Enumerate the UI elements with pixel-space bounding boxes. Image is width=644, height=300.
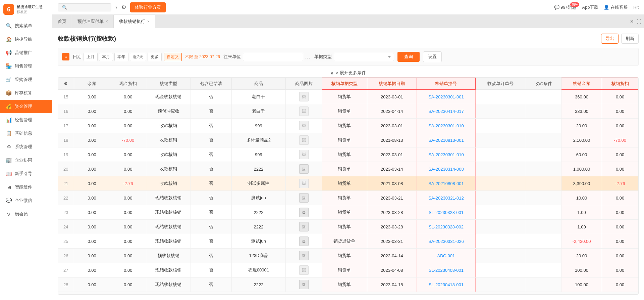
tab-close-prepay[interactable]: × (106, 19, 108, 24)
col-header-cancel_discount: 核销折扣 (602, 78, 638, 90)
bill-no-link[interactable]: SA-20230301-010 (428, 152, 464, 157)
cell-cancel_amount: 1.00 (561, 220, 602, 234)
sidebar-item-system[interactable]: ⚙ 系统管理 (0, 140, 52, 154)
close-window-icon[interactable]: ✕ (630, 19, 634, 24)
cell-receipt_order_no (475, 162, 525, 176)
bill-no-link[interactable]: SL-20230408-001 (429, 268, 464, 273)
finance-icon: 💰 (5, 103, 12, 110)
tab-home[interactable]: 首页 (52, 15, 72, 28)
cell-include_settled: 否 (191, 205, 231, 220)
date-btn-本年[interactable]: 本年 (114, 53, 128, 61)
sidebar-item-search[interactable]: 🔍 搜索菜单 (0, 19, 52, 33)
sidebar-label-hardware: 智能硬件 (15, 184, 32, 190)
cell-cancel_bill_no[interactable]: SL-20230328-002 (417, 220, 475, 234)
cell-cancel_bill_no[interactable]: SA-20230301-010 (417, 147, 475, 162)
sidebar-item-basic[interactable]: 📋 基础信息 (0, 127, 52, 140)
cell-cancel_bill_no[interactable]: SL-20230328-001 (417, 205, 475, 220)
date-btn-上月[interactable]: 上月 (84, 53, 98, 61)
cell-cancel_bill_no[interactable]: SA-20230331-026 (417, 234, 475, 249)
cell-cancel_type: 收款核销 (146, 147, 191, 162)
sidebar-item-guide[interactable]: 📖 新手引导 (0, 167, 52, 180)
bill-no-link[interactable]: SA-20210808-001 (428, 181, 464, 186)
bill-no-link[interactable]: SA-20230321-012 (428, 196, 464, 201)
operation-icon: 📊 (5, 117, 12, 123)
bill-no-link[interactable]: SA-20230314-008 (428, 167, 464, 172)
cell-product: 测试jun (231, 191, 286, 205)
settings-gear-icon[interactable]: ⚙ (121, 4, 126, 10)
search-icon: 🔍 (5, 23, 12, 29)
product-image-placeholder: 🖼 (299, 135, 309, 145)
setting-button[interactable]: 设置 (423, 51, 442, 62)
cell-balance: 0.00 (74, 220, 110, 234)
bill-no-link[interactable]: SA-20210813-001 (428, 138, 464, 143)
sidebar-item-hardware[interactable]: 🖥 智能硬件 (0, 180, 52, 194)
sidebar-item-operation[interactable]: 📊 经营管理 (0, 113, 52, 127)
sidebar-item-sales[interactable]: 🏪 销售管理 (0, 59, 52, 73)
bill-no-link[interactable]: SL-20230328-001 (429, 210, 464, 215)
top-search-bar[interactable]: 🔍 (58, 3, 111, 11)
sidebar-item-member[interactable]: V 畅会员 (0, 207, 52, 221)
cell-icon: 16 (58, 104, 74, 119)
sidebar-item-inventory[interactable]: 📦 库存核算 (0, 86, 52, 100)
partner-filter-input[interactable] (243, 53, 303, 61)
sidebar-item-finance[interactable]: 💰 资金管理 (0, 100, 52, 113)
notification-bell[interactable]: 💬 99+消息 99+ (554, 4, 577, 10)
sidebar-item-purchase[interactable]: 🛒 采购管理 (0, 73, 52, 86)
filter-expand-button[interactable]: » (62, 53, 69, 60)
bill-no-link[interactable]: SA-20230331-026 (428, 239, 464, 244)
cell-product_img: 🖼 (286, 176, 322, 191)
industry-solution-button[interactable]: 体验行业方案 (130, 2, 166, 12)
cell-cancel_bill_date: 2023-03-01 (367, 147, 417, 162)
cell-receipt_condition (525, 162, 561, 176)
maximize-window-icon[interactable]: ⛶ (637, 19, 641, 24)
cell-cancel_bill_no[interactable]: SA-20230414-017 (417, 104, 475, 119)
bill-no-link[interactable]: SL-20230328-002 (429, 224, 464, 229)
tab-receipt[interactable]: 收款核销执行× (114, 15, 155, 28)
refresh-button[interactable]: 刷新 (621, 34, 639, 44)
cell-cancel_bill_no[interactable]: SA-20230301-001 (417, 90, 475, 104)
cell-cancel_bill_no[interactable]: SA-20230321-012 (417, 191, 475, 205)
cell-cancel_type: 收款核销 (146, 119, 191, 133)
inventory-icon: 📦 (5, 90, 12, 96)
expand-more-icon: ∨ (330, 71, 334, 76)
row-num: 15 (63, 94, 68, 99)
cell-cancel_bill_no[interactable]: SA-20230301-010 (417, 119, 475, 133)
bill-no-link[interactable]: SA-20230414-017 (428, 109, 464, 114)
tab-close-receipt[interactable]: × (147, 19, 150, 24)
custom-date-button[interactable]: 自定义 (164, 53, 182, 61)
date-btn-本月[interactable]: 本月 (99, 53, 113, 61)
partner-filter-label: 往来单位 (223, 54, 241, 60)
tab-prepay[interactable]: 预付冲应付单× (72, 15, 114, 28)
cell-cancel_discount: 0.00 (602, 147, 638, 162)
sidebar-item-wechat[interactable]: 💬 企业微信 (0, 194, 52, 207)
app-download-link[interactable]: App下载 (582, 4, 598, 10)
dropdown-arrow-icon[interactable]: ▾ (115, 5, 117, 10)
export-button[interactable]: 导出 (601, 34, 619, 44)
cell-product_img: 🖼 (286, 147, 322, 162)
bill-no-link[interactable]: ABC-001 (437, 253, 455, 258)
bill-no-link[interactable]: SL-20230418-001 (429, 282, 464, 287)
date-btn-近7天[interactable]: 近7天 (130, 53, 146, 61)
type-filter-select[interactable] (334, 53, 394, 61)
cell-cancel_bill_no[interactable]: SA-20210808-001 (417, 176, 475, 191)
online-service-link[interactable]: 👤 在线客服 (604, 4, 628, 10)
sidebar-label-wechat: 企业微信 (15, 198, 32, 204)
tab-bar-end: ✕ ⛶ (155, 15, 644, 28)
cell-cancel_bill_no[interactable]: ABC-001 (417, 249, 475, 263)
sidebar-item-marketing[interactable]: 📢 营销推广 (0, 46, 52, 59)
cell-cancel_bill_no[interactable]: SL-20230408-001 (417, 263, 475, 277)
cell-product_img: 🖼 (286, 191, 322, 205)
bill-no-link[interactable]: SA-20230301-001 (428, 94, 464, 99)
sidebar-item-shortcut[interactable]: 🏠 快捷导航 (0, 33, 52, 46)
cell-receipt_order_no (475, 205, 525, 220)
sidebar-label-purchase: 采购管理 (15, 77, 32, 83)
cell-cancel_bill_no[interactable]: SL-20230418-001 (417, 277, 475, 292)
col-header-cancel_amount: 核销金额 (561, 78, 602, 90)
cell-cancel_bill_no[interactable]: SA-20230314-008 (417, 162, 475, 176)
cell-cancel_bill_no[interactable]: SA-20210813-001 (417, 133, 475, 147)
query-button[interactable]: 查询 (397, 52, 420, 62)
sidebar-item-enterprise[interactable]: 🏢 企业协同 (0, 154, 52, 167)
expand-more-conditions[interactable]: ∨ ∨ 展开更多条件 (58, 69, 639, 77)
bill-no-link[interactable]: SA-20230301-010 (428, 123, 464, 128)
date-btn-更多[interactable]: 更多 (148, 53, 162, 61)
